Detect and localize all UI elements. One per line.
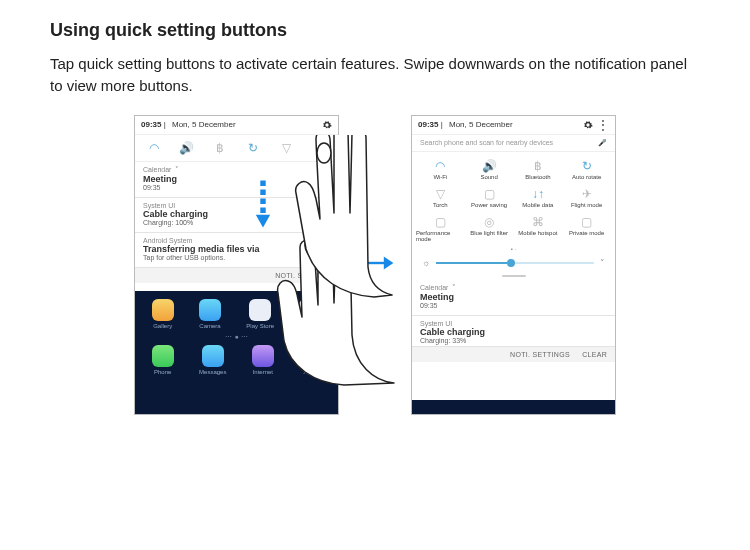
noti-settings-button[interactable]: NOTI. SETTINGS — [510, 351, 570, 358]
more-icon[interactable]: ⋮ — [597, 120, 609, 130]
notif-title: Meeting — [420, 292, 607, 302]
slider-thumb[interactable] — [507, 259, 515, 267]
noti-settings-button[interactable]: NOTI. SETTING — [275, 272, 330, 279]
rotate-icon[interactable]: ↻ — [244, 139, 262, 157]
swipe-down-arrow-icon — [254, 177, 272, 235]
power-icon: ▢ — [484, 186, 495, 202]
tile-hotspot[interactable]: ⌘Mobile hotspot — [514, 214, 563, 242]
tile-wifi[interactable]: ◠Wi-Fi — [416, 158, 465, 180]
app-internet[interactable]: Internet — [252, 345, 274, 375]
gear-icon[interactable] — [322, 120, 332, 130]
notif-title: Meeting — [143, 174, 330, 184]
notification[interactable]: Calendar ˅ Meeting 09:35 — [412, 280, 615, 316]
arrow-right-icon — [355, 253, 395, 277]
panel-handle[interactable] — [412, 272, 615, 280]
chevron-down-icon[interactable]: ⌄ — [310, 139, 328, 157]
wifi-icon: ◠ — [435, 158, 445, 174]
notif-sub: 09:35 — [143, 184, 330, 191]
data-icon: ↓↑ — [532, 186, 544, 202]
notif-sub: Charging: 100% — [143, 219, 330, 226]
gear-icon[interactable] — [583, 120, 593, 130]
phone-expanded: 09:35 | Mon, 5 December ⋮ Search phone a… — [411, 115, 616, 415]
phone-collapsed: 09:35 | Mon, 5 December ◠ 🔊 ฿ ↻ ▽ ⌄ Cale… — [134, 115, 339, 415]
clear-button[interactable]: CLEAR — [582, 351, 607, 358]
app-gallery[interactable]: Gallery — [152, 299, 174, 329]
app-playstore[interactable]: Play Store — [246, 299, 274, 329]
page-heading: Using quick setting buttons — [50, 20, 700, 41]
tile-bluelight[interactable]: ◎Blue light filter — [465, 214, 514, 242]
notif-footer: NOTI. SETTING — [135, 268, 338, 283]
bluelight-icon: ◎ — [484, 214, 494, 230]
sound-icon: 🔊 — [482, 158, 497, 174]
app-google[interactable]: Google — [299, 299, 321, 329]
hotspot-icon: ⌘ — [532, 214, 544, 230]
tile-flight[interactable]: ✈Flight mode — [562, 186, 611, 208]
bluetooth-icon: ฿ — [534, 158, 542, 174]
status-date: Mon, 5 December — [449, 120, 583, 129]
figures: 09:35 | Mon, 5 December ◠ 🔊 ฿ ↻ ▽ ⌄ Cale… — [50, 115, 700, 415]
home-screen-dimmed — [412, 400, 615, 414]
search-bar[interactable]: Search phone and scan for nearby devices… — [412, 135, 615, 152]
chevron-down-icon[interactable]: ˅ — [600, 258, 605, 268]
app-phone[interactable]: Phone — [152, 345, 174, 375]
tile-perf[interactable]: ▢Performance mode — [416, 214, 465, 242]
search-placeholder: Search phone and scan for nearby devices — [420, 139, 553, 146]
notif-footer: NOTI. SETTINGS CLEAR — [412, 347, 615, 362]
qs-pager-dots: • · — [412, 244, 615, 254]
notif-source: System UI — [143, 202, 330, 209]
status-bar: 09:35 | Mon, 5 December — [135, 116, 338, 135]
quick-settings-row: ◠ 🔊 ฿ ↻ ▽ ⌄ — [135, 135, 338, 162]
tile-data[interactable]: ↓↑Mobile data — [514, 186, 563, 208]
quick-settings-grid: ◠Wi-Fi 🔊Sound ฿Bluetooth ↻Auto rotate ▽T… — [412, 152, 615, 244]
bluetooth-icon[interactable]: ฿ — [211, 139, 229, 157]
flight-icon: ✈ — [582, 186, 592, 202]
sound-icon[interactable]: 🔊 — [178, 139, 196, 157]
intro-text: Tap quick setting buttons to activate ce… — [50, 53, 700, 97]
tile-sound[interactable]: 🔊Sound — [465, 158, 514, 180]
notif-title: Cable charging — [420, 327, 607, 337]
torch-icon[interactable]: ▽ — [277, 139, 295, 157]
notif-sub: Charging: 33% — [420, 337, 607, 344]
tile-private[interactable]: ▢Private mode — [562, 214, 611, 242]
notif-title: Cable charging — [143, 209, 330, 219]
app-apps[interactable]: Apps — [299, 345, 321, 375]
tile-power[interactable]: ▢Power saving — [465, 186, 514, 208]
pager-dots: ⋯ ● ⋯ — [135, 333, 338, 341]
notif-title: Transferring media files via — [143, 244, 330, 254]
notification[interactable]: System UI Cable charging Charging: 33% — [412, 316, 615, 347]
wifi-icon[interactable]: ◠ — [145, 139, 163, 157]
tile-torch[interactable]: ▽Torch — [416, 186, 465, 208]
notif-sub: 09:35 — [420, 302, 607, 309]
perf-icon: ▢ — [435, 214, 446, 230]
private-icon: ▢ — [581, 214, 592, 230]
rotate-icon: ↻ — [582, 158, 592, 174]
home-screen-dimmed: Gallery Camera Play Store Google ⋯ ● ⋯ P… — [135, 291, 338, 414]
torch-icon: ▽ — [436, 186, 445, 202]
notif-source: System UI — [420, 320, 607, 327]
status-time: 09:35 — [141, 120, 161, 129]
notif-source: Calendar — [143, 166, 171, 173]
notification[interactable]: Calendar ˅ Meeting 09:35 — [135, 162, 338, 198]
notif-source: Calendar — [420, 284, 448, 291]
tile-bluetooth[interactable]: ฿Bluetooth — [514, 158, 563, 180]
app-messages[interactable]: Messages — [199, 345, 226, 375]
tile-rotate[interactable]: ↻Auto rotate — [562, 158, 611, 180]
brightness-slider[interactable]: ☼ ˅ — [412, 254, 615, 272]
mic-icon[interactable]: 🎤 — [598, 139, 607, 147]
notification[interactable]: System UI Cable charging Charging: 100% — [135, 198, 338, 233]
status-bar: 09:35 | Mon, 5 December ⋮ — [412, 116, 615, 135]
brightness-icon: ☼ — [422, 258, 430, 268]
status-date: Mon, 5 December — [172, 120, 322, 129]
slider-track[interactable] — [436, 262, 594, 264]
notif-source: Android System — [143, 237, 330, 244]
notif-sub: Tap for other USB options. — [143, 254, 330, 261]
notification[interactable]: Android System Transferring media files … — [135, 233, 338, 268]
status-time: 09:35 — [418, 120, 438, 129]
app-camera[interactable]: Camera — [199, 299, 221, 329]
